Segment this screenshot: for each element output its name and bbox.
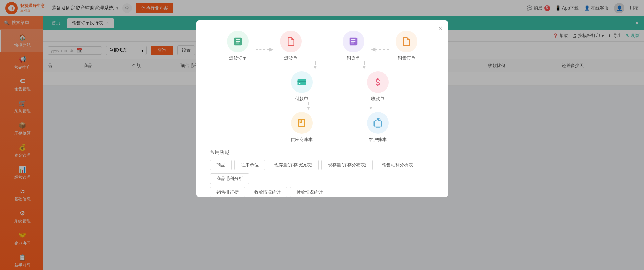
flow-node-payment: 付款单 [291,71,313,102]
modal-overlay[interactable]: × 进货订单 ▶ [0,0,644,270]
supplier-ledger-icon [291,112,313,134]
flow-node-purchase-order: 进货订单 [227,31,249,61]
modal-box: × 进货订单 ▶ [196,20,448,197]
func-btn-0[interactable]: 商品 [210,160,232,170]
func-btn-1[interactable]: 往来单位 [234,160,265,170]
svg-rect-2 [299,83,300,84]
purchase-order-label: 进货订单 [229,55,247,61]
sales-order-label: 销售订单 [398,55,415,61]
svg-rect-1 [297,81,306,82]
func-btn-3[interactable]: 现存量(库存分布表) [321,160,373,170]
sales-bill-label: 销货单 [347,55,360,61]
func-btn-6[interactable]: 销售排行榜 [210,187,245,197]
func-btn-8[interactable]: 付款情况统计 [290,187,329,197]
receipt-icon [367,71,389,93]
flow-node-purchase-bill: 进货单 [280,31,302,61]
common-functions-title: 常用功能 [210,149,434,156]
receipt-label: 收款单 [371,96,384,102]
purchase-bill-icon [280,31,302,52]
customer-ledger-icon [367,112,389,134]
payment-label: 付款单 [295,96,308,102]
customer-ledger-label: 客户账本 [369,137,387,143]
sales-order-icon [396,31,417,52]
flow-node-sales-order: 销售订单 [396,31,417,61]
func-btn-7[interactable]: 收款情况统计 [248,187,287,197]
supplier-ledger-label: 供应商账本 [291,137,313,143]
common-functions: 常用功能 商品 往来单位 现存量(库存状况表) 现存量(库存分布表) 销售毛利分… [210,149,434,197]
flow-node-customer-ledger: 客户账本 [367,112,389,143]
flow-node-supplier-ledger: 供应商账本 [291,112,313,143]
flow-node-sales-bill: 销货单 [343,31,364,61]
payment-icon [291,71,313,93]
purchase-order-icon [227,31,249,52]
modal-close-btn[interactable]: × [438,24,442,32]
function-buttons-row-1: 商品 往来单位 现存量(库存状况表) 现存量(库存分布表) 销售毛利分析表 商品… [210,160,434,184]
purchase-bill-label: 进货单 [284,55,297,61]
func-btn-2[interactable]: 现存量(库存状况表) [268,160,319,170]
flow-node-receipt: 收款单 [367,71,389,102]
func-btn-4[interactable]: 销售毛利分析表 [376,160,419,170]
func-btn-5[interactable]: 商品毛利分析 [210,173,249,184]
function-buttons-row-2: 销售排行榜 收款情况统计 付款情况统计 [210,187,434,197]
sales-bill-icon [343,31,364,52]
